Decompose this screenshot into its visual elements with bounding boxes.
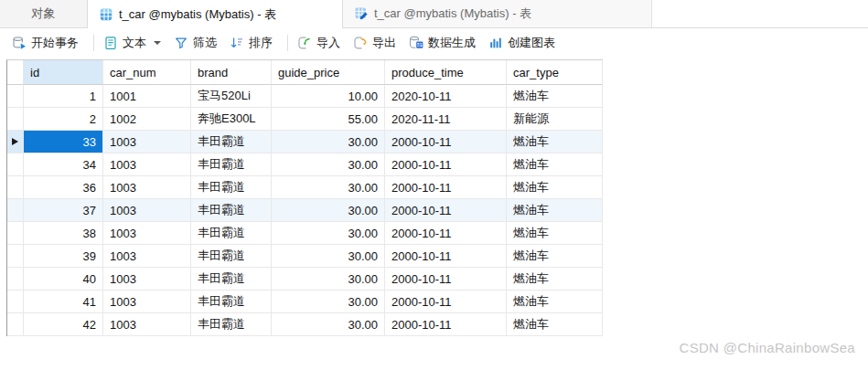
tab-objects[interactable]: 对象 (0, 0, 87, 27)
table-cell[interactable]: 燃油车 (507, 176, 603, 199)
table-cell[interactable]: 33 (24, 131, 103, 153)
table-cell[interactable]: 2000-10-11 (385, 176, 507, 199)
table-cell[interactable]: 1003 (103, 245, 191, 268)
table-cell[interactable]: 燃油车 (507, 313, 603, 336)
table-cell[interactable]: 42 (24, 313, 103, 336)
table-cell[interactable]: 30.00 (272, 199, 385, 222)
row-selector[interactable] (7, 291, 24, 313)
row-selector[interactable] (7, 245, 24, 268)
table-cell[interactable]: 2000-10-11 (385, 313, 507, 336)
text-view-button[interactable]: 文本 (103, 35, 161, 51)
import-button[interactable]: 导入 (297, 35, 340, 51)
table-cell[interactable]: 2000-10-11 (385, 291, 507, 313)
column-header-id[interactable]: id (24, 60, 103, 85)
table-cell[interactable]: 1003 (103, 199, 191, 222)
tab-table-t-car-active[interactable]: t_car @mybatis (Mybatis) - 表 (87, 0, 343, 28)
table-cell[interactable]: 1003 (103, 131, 191, 153)
row-selector[interactable] (7, 85, 24, 108)
table-cell[interactable]: 30.00 (272, 222, 385, 245)
data-generation-button[interactable]: 数据生成 (409, 35, 476, 51)
table-cell[interactable]: 2000-10-11 (385, 245, 507, 268)
table-cell[interactable]: 55.00 (272, 108, 385, 131)
table-cell[interactable]: 38 (24, 222, 103, 245)
select-all-corner[interactable] (7, 60, 24, 85)
table-cell[interactable]: 丰田霸道 (191, 245, 272, 268)
table-cell[interactable]: 30.00 (272, 153, 385, 176)
table-cell[interactable]: 2020-11-11 (385, 108, 507, 131)
table-cell[interactable]: 燃油车 (507, 131, 603, 153)
table-cell[interactable]: 丰田霸道 (191, 153, 272, 176)
table-cell[interactable]: 丰田霸道 (191, 291, 272, 313)
table-cell[interactable]: 2000-10-11 (385, 153, 507, 176)
tab-table-t-car-design[interactable]: t_car @mybatis (Mybatis) - 表 (343, 0, 652, 27)
table-cell[interactable]: 丰田霸道 (191, 176, 272, 199)
table-cell[interactable]: 丰田霸道 (191, 313, 272, 336)
table-cell[interactable]: 燃油车 (507, 291, 603, 313)
table-cell[interactable]: 2 (24, 108, 103, 131)
table-cell[interactable]: 2000-10-11 (385, 199, 507, 222)
table-cell[interactable]: 30.00 (272, 268, 385, 291)
table-cell[interactable]: 2000-10-11 (385, 268, 507, 291)
table-cell[interactable]: 34 (24, 153, 103, 176)
table-cell[interactable]: 39 (24, 245, 103, 268)
table-cell[interactable]: 1003 (103, 291, 191, 313)
table-cell[interactable]: 30.00 (272, 245, 385, 268)
sort-button[interactable]: 排序 (230, 35, 273, 51)
column-header-produce_time[interactable]: produce_time (385, 60, 507, 85)
begin-transaction-button[interactable]: 开始事务 (12, 35, 79, 51)
column-header-brand[interactable]: brand (191, 60, 272, 85)
table-cell[interactable]: 36 (24, 176, 103, 199)
column-header-guide_price[interactable]: guide_price (272, 60, 385, 85)
column-header-car_type[interactable]: car_type (507, 60, 603, 85)
table-cell[interactable]: 1003 (103, 313, 191, 336)
table-cell[interactable]: 30.00 (272, 131, 385, 153)
table-cell[interactable]: 1003 (103, 222, 191, 245)
table-cell[interactable]: 燃油车 (507, 199, 603, 222)
table-cell[interactable]: 1001 (103, 85, 191, 108)
table-cell[interactable]: 2020-10-11 (385, 85, 507, 108)
row-selector[interactable] (7, 222, 24, 245)
create-chart-icon (488, 36, 503, 50)
table-cell[interactable]: 1 (24, 85, 103, 108)
table-cell[interactable]: 新能源 (507, 108, 603, 131)
export-button[interactable]: 导出 (353, 35, 396, 51)
table-cell[interactable]: 41 (24, 291, 103, 313)
table-cell[interactable]: 1003 (103, 176, 191, 199)
table-cell[interactable]: 奔驰E300L (191, 108, 272, 131)
chevron-down-icon[interactable] (154, 41, 161, 45)
import-label: 导入 (316, 35, 340, 51)
table-row: 331003丰田霸道30.002000-10-11燃油车 (7, 131, 603, 153)
table-cell[interactable]: 丰田霸道 (191, 222, 272, 245)
table-cell[interactable]: 30.00 (272, 313, 385, 336)
column-header-car_num[interactable]: car_num (103, 60, 191, 85)
table-cell[interactable]: 1002 (103, 108, 191, 131)
table-cell[interactable]: 37 (24, 199, 103, 222)
table-cell[interactable]: 30.00 (272, 176, 385, 199)
row-selector[interactable] (7, 268, 24, 291)
row-selector[interactable] (7, 313, 24, 336)
table-cell[interactable]: 燃油车 (507, 245, 603, 268)
table-cell[interactable]: 燃油车 (507, 268, 603, 291)
table-cell[interactable]: 1003 (103, 153, 191, 176)
table-cell[interactable]: 10.00 (272, 85, 385, 108)
row-selector[interactable] (7, 108, 24, 131)
table-cell[interactable]: 丰田霸道 (191, 199, 272, 222)
row-selector[interactable] (7, 176, 24, 199)
table-cell[interactable]: 燃油车 (507, 153, 603, 176)
table-cell[interactable]: 40 (24, 268, 103, 291)
table-cell[interactable]: 燃油车 (507, 85, 603, 108)
create-chart-button[interactable]: 创建图表 (488, 35, 555, 51)
table-cell[interactable]: 燃油车 (507, 222, 603, 245)
row-selector[interactable] (7, 199, 24, 222)
table-cell[interactable]: 宝马520Li (191, 85, 272, 108)
row-selector[interactable] (7, 153, 24, 176)
table-cell[interactable]: 2000-10-11 (385, 222, 507, 245)
filter-button[interactable]: 筛选 (174, 35, 217, 51)
table-cell[interactable]: 丰田霸道 (191, 268, 272, 291)
data-generation-label: 数据生成 (428, 35, 476, 51)
table-cell[interactable]: 丰田霸道 (191, 131, 272, 153)
row-selector[interactable] (7, 131, 24, 153)
table-cell[interactable]: 2000-10-11 (385, 131, 507, 153)
table-cell[interactable]: 30.00 (272, 291, 385, 313)
table-cell[interactable]: 1003 (103, 268, 191, 291)
